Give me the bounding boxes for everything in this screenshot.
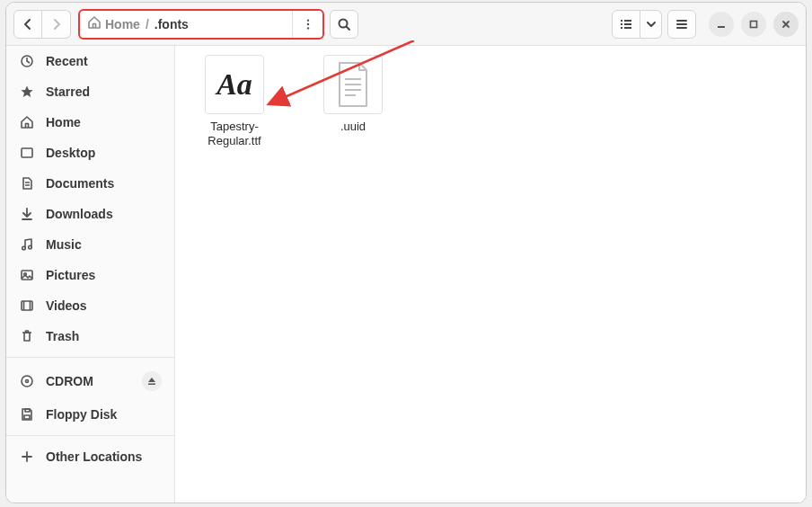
sidebar-item-desktop[interactable]: Desktop bbox=[6, 138, 174, 168]
window-controls bbox=[709, 12, 799, 37]
svg-point-26 bbox=[29, 245, 32, 249]
sidebar-item-trash[interactable]: Trash bbox=[6, 321, 174, 351]
breadcrumb-home[interactable]: Home bbox=[105, 17, 140, 31]
svg-point-1 bbox=[306, 22, 308, 24]
close-icon bbox=[781, 19, 791, 30]
list-view-button[interactable] bbox=[612, 10, 640, 39]
svg-rect-15 bbox=[751, 21, 757, 27]
sidebar-item-cdrom[interactable]: CDROM bbox=[6, 363, 174, 399]
sidebar-item-recent[interactable]: Recent bbox=[6, 46, 174, 76]
pictures-icon bbox=[19, 268, 35, 282]
icon-grid: Aa Tapestry-Regular.ttf bbox=[188, 55, 793, 147]
forward-button[interactable] bbox=[42, 10, 71, 39]
headerbar: Home / .fonts bbox=[6, 3, 806, 46]
font-thumbnail: Aa bbox=[205, 55, 264, 114]
svg-point-2 bbox=[306, 27, 308, 29]
back-button[interactable] bbox=[13, 10, 42, 39]
sidebar-item-label: Home bbox=[46, 115, 81, 129]
sidebar-item-label: Music bbox=[46, 237, 82, 252]
file-label: Tapestry-Regular.ttf bbox=[197, 120, 272, 147]
disc-icon bbox=[19, 374, 35, 388]
home-icon bbox=[87, 15, 102, 32]
file-manager-window: Home / .fonts bbox=[5, 2, 807, 503]
list-icon bbox=[619, 17, 633, 31]
svg-rect-10 bbox=[624, 27, 631, 29]
close-button[interactable] bbox=[773, 12, 799, 37]
view-options-button[interactable] bbox=[640, 10, 662, 39]
text-file-thumbnail bbox=[323, 55, 383, 114]
music-icon bbox=[19, 237, 35, 252]
sidebar-item-label: Desktop bbox=[46, 146, 95, 160]
document-icon bbox=[19, 176, 35, 191]
svg-rect-8 bbox=[624, 23, 631, 25]
sidebar-item-label: CDROM bbox=[46, 374, 93, 388]
sidebar-item-label: Other Locations bbox=[46, 449, 142, 464]
clock-icon bbox=[19, 54, 35, 68]
sidebar-item-label: Trash bbox=[46, 329, 79, 343]
sidebar-item-label: Pictures bbox=[46, 268, 95, 282]
svg-marker-19 bbox=[21, 86, 32, 98]
trash-icon bbox=[19, 329, 35, 343]
eject-icon bbox=[147, 377, 156, 386]
sidebar-item-music[interactable]: Music bbox=[6, 229, 174, 260]
sidebar-item-videos[interactable]: Videos bbox=[6, 290, 174, 321]
sidebar-item-label: Downloads bbox=[46, 207, 113, 221]
search-button[interactable] bbox=[330, 10, 358, 39]
chevron-down-icon bbox=[644, 17, 658, 31]
sidebar-item-floppy[interactable]: Floppy Disk bbox=[6, 399, 174, 430]
sidebar-item-label: Floppy Disk bbox=[46, 407, 117, 422]
sidebar-separator bbox=[6, 435, 174, 436]
home-icon bbox=[19, 115, 35, 129]
path-menu-button[interactable] bbox=[292, 11, 322, 38]
breadcrumb: Home / .fonts bbox=[80, 15, 292, 32]
minimize-icon bbox=[716, 19, 727, 30]
svg-rect-9 bbox=[621, 27, 622, 29]
desktop-icon bbox=[19, 146, 35, 160]
body: Recent Starred Home Desktop Documents Do… bbox=[6, 46, 806, 503]
maximize-button[interactable] bbox=[741, 12, 766, 37]
svg-rect-20 bbox=[22, 148, 32, 157]
svg-rect-6 bbox=[624, 20, 631, 22]
svg-line-4 bbox=[347, 27, 349, 30]
chevron-right-icon bbox=[49, 17, 64, 31]
svg-rect-27 bbox=[22, 271, 32, 280]
svg-point-0 bbox=[306, 19, 308, 21]
svg-point-25 bbox=[22, 246, 26, 250]
sidebar-item-home[interactable]: Home bbox=[6, 107, 174, 138]
sidebar-item-label: Documents bbox=[46, 176, 114, 191]
file-label: .uuid bbox=[340, 120, 366, 134]
svg-rect-35 bbox=[148, 384, 155, 386]
sidebar-item-downloads[interactable]: Downloads bbox=[6, 199, 174, 229]
svg-point-33 bbox=[26, 380, 29, 383]
text-file-icon bbox=[334, 61, 372, 108]
sidebar-item-pictures[interactable]: Pictures bbox=[6, 260, 174, 290]
hamburger-icon bbox=[675, 17, 689, 31]
svg-rect-36 bbox=[24, 415, 30, 419]
path-bar[interactable]: Home / .fonts bbox=[78, 9, 324, 40]
eject-button[interactable] bbox=[142, 371, 162, 391]
floppy-icon bbox=[19, 407, 35, 422]
sidebar-separator bbox=[6, 357, 174, 358]
file-view[interactable]: Aa Tapestry-Regular.ttf bbox=[175, 46, 806, 503]
search-icon bbox=[337, 17, 351, 31]
breadcrumb-current[interactable]: .fonts bbox=[154, 17, 189, 31]
videos-icon bbox=[19, 298, 35, 313]
sidebar-item-label: Videos bbox=[46, 298, 87, 313]
breadcrumb-separator: / bbox=[144, 17, 151, 31]
sidebar-item-label: Starred bbox=[46, 84, 90, 99]
sidebar-item-other-locations[interactable]: Other Locations bbox=[6, 441, 174, 472]
hamburger-menu-button[interactable] bbox=[667, 10, 696, 39]
view-switcher bbox=[612, 10, 662, 39]
file-item-font[interactable]: Aa Tapestry-Regular.ttf bbox=[197, 55, 272, 147]
file-item-uuid[interactable]: .uuid bbox=[315, 55, 391, 134]
svg-point-3 bbox=[340, 19, 348, 27]
svg-point-32 bbox=[22, 376, 32, 387]
svg-rect-37 bbox=[25, 409, 30, 412]
sidebar-item-documents[interactable]: Documents bbox=[6, 168, 174, 199]
star-icon bbox=[19, 84, 35, 99]
svg-rect-5 bbox=[621, 20, 622, 22]
minimize-button[interactable] bbox=[709, 12, 734, 37]
kebab-icon bbox=[302, 18, 314, 31]
plus-icon bbox=[19, 449, 35, 464]
sidebar-item-starred[interactable]: Starred bbox=[6, 76, 174, 107]
